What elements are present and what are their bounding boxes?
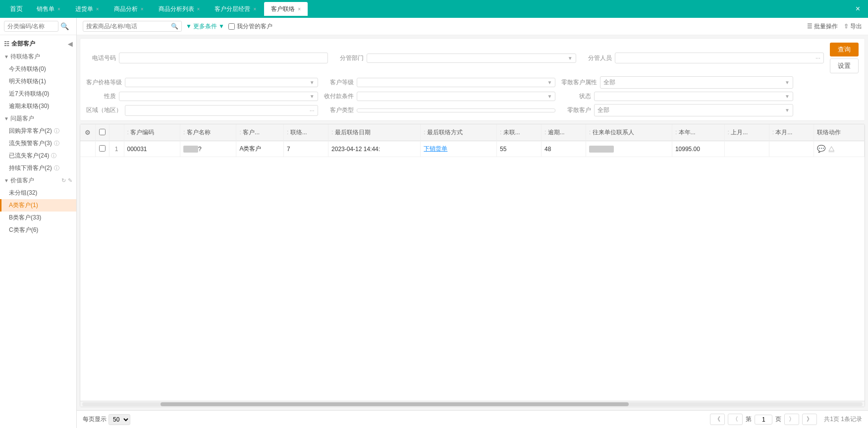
tab-customer-tier[interactable]: 客户分层经营 × xyxy=(208,2,263,16)
triangle-icon3: ▼ xyxy=(4,178,9,183)
close-product-analysis-tab[interactable]: × xyxy=(141,6,144,12)
close-product-analysis-list-tab[interactable]: × xyxy=(197,6,200,12)
group-pending-contact[interactable]: ▼ 待联络客户 xyxy=(0,51,76,63)
sidebar-item-declining[interactable]: 持续下滑客户(2) ⓘ xyxy=(0,162,76,174)
row-checkbox[interactable] xyxy=(99,145,106,152)
nature-arrow-icon: ▼ xyxy=(310,94,315,99)
price-level-arrow-icon: ▼ xyxy=(310,80,315,85)
batch-ops-button[interactable]: ☰ 批量操作 xyxy=(807,22,838,31)
person-more-icon[interactable]: ··· xyxy=(815,54,820,61)
retail-attr-select[interactable]: 全部 ▼ xyxy=(600,76,793,89)
area-more-icon[interactable]: ··· xyxy=(310,107,315,114)
area-select[interactable]: ··· xyxy=(125,105,318,116)
contact-method-link[interactable]: 下销货单 xyxy=(424,145,447,152)
page-number-input[interactable] xyxy=(755,415,772,425)
th-last-month[interactable]: 上月... xyxy=(724,124,769,141)
th-no-contact[interactable]: 未联... xyxy=(497,124,542,141)
th-last-contact-date[interactable]: 最后联络日期 xyxy=(328,124,421,141)
th-last-contact-method[interactable]: 最后联络方式 xyxy=(421,124,497,141)
chat-icon[interactable]: 💬 xyxy=(817,145,825,153)
payment-select[interactable]: ▼ xyxy=(357,92,556,101)
sidebar-item-class-b[interactable]: B类客户(33) xyxy=(0,212,76,224)
sidebar-item-class-a[interactable]: A类客户(1) xyxy=(0,199,76,212)
sidebar-item-class-c[interactable]: C类客户(6) xyxy=(0,224,76,236)
column-settings-icon[interactable]: ⚙ xyxy=(85,129,91,136)
next-page-button[interactable]: 〉 xyxy=(784,414,799,425)
sidebar-item-unclassified[interactable]: 未分组(32) xyxy=(0,187,76,199)
select-all-checkbox[interactable] xyxy=(99,129,106,135)
filter-bar: 🔍 ▼ 更多条件 ▼ 我分管的客户 ☰ 批量操作 ⇧ 导出 xyxy=(77,18,868,35)
phone-input[interactable] xyxy=(119,53,328,63)
my-customers-checkbox-label[interactable]: 我分管的客户 xyxy=(228,22,272,31)
th-this-year[interactable]: 本年... xyxy=(672,124,724,141)
tab-sales-order[interactable]: 销售单 × xyxy=(30,2,67,16)
page-size-select[interactable]: 50 xyxy=(108,414,130,425)
close-purchase-order-tab[interactable]: × xyxy=(96,6,99,12)
dept-arrow-icon: ▼ xyxy=(568,55,573,61)
table-scroll-container[interactable]: ⚙ 客户编码 客户名称 客户... 联络... 最后联络日期 最后联络方式 xyxy=(80,124,865,401)
tab-product-analysis[interactable]: 商品分析 × xyxy=(107,2,151,16)
refresh-icon[interactable]: ↻ xyxy=(61,177,66,184)
prev-page-button[interactable]: 〈 xyxy=(728,414,743,425)
sidebar-item-today-contact[interactable]: 今天待联络(0) xyxy=(0,63,76,75)
td-code: 000031 xyxy=(124,141,180,157)
status-select[interactable]: ▼ xyxy=(594,92,793,101)
th-this-month[interactable]: 本月... xyxy=(769,124,814,141)
settings-button[interactable]: 设置 xyxy=(830,58,859,73)
customer-type-select[interactable] xyxy=(357,108,556,112)
tab-customer-contact[interactable]: 客户联络 × xyxy=(264,2,308,16)
sidebar-item-7day-contact[interactable]: 近7天待联络(0) xyxy=(0,88,76,100)
price-level-select[interactable]: ▼ xyxy=(125,78,318,87)
customers-table: ⚙ 客户编码 客户名称 客户... 联络... 最后联络日期 最后联络方式 xyxy=(80,124,865,157)
advanced-filter-panel: 电话号码 分管部门 ▼ 分管人员 ··· xyxy=(80,38,865,121)
filter-right-actions: ☰ 批量操作 ⇧ 导出 xyxy=(807,22,862,31)
sidebar-item-repurchase-abnormal[interactable]: 回购异常客户(2) ⓘ xyxy=(0,125,76,137)
close-sales-order-tab[interactable]: × xyxy=(57,6,60,12)
action-icons: 💬 ⧋ xyxy=(817,145,861,153)
sidebar-search-input[interactable] xyxy=(4,21,58,32)
more-conditions-button[interactable]: ▼ 更多条件 ▼ xyxy=(186,22,224,31)
my-customers-checkbox[interactable] xyxy=(228,23,235,30)
horizontal-scrollbar[interactable] xyxy=(80,401,865,407)
sidebar-search-icon[interactable]: 🔍 xyxy=(60,22,69,30)
tab-purchase-order[interactable]: 进货单 × xyxy=(68,2,106,16)
main-search-icon[interactable]: 🔍 xyxy=(171,23,178,30)
sidebar-item-overdue-contact[interactable]: 逾期未联络(30) xyxy=(0,100,76,112)
sidebar-item-churned[interactable]: 已流失客户(24) ⓘ xyxy=(0,150,76,162)
retail-customer-select[interactable]: 全部 ▼ xyxy=(594,104,793,116)
main-search-input[interactable] xyxy=(86,23,169,30)
dept-select[interactable]: ▼ xyxy=(367,54,576,63)
sidebar-item-tomorrow-contact[interactable]: 明天待联络(1) xyxy=(0,75,76,88)
home-tab[interactable]: 首页 xyxy=(4,4,29,13)
td-action: 💬 ⧋ xyxy=(814,141,864,157)
close-customer-contact-tab[interactable]: × xyxy=(298,6,301,12)
query-button[interactable]: 查询 xyxy=(830,43,859,56)
td-last-method: 下销货单 xyxy=(421,141,497,157)
qr-icon[interactable]: ⧋ xyxy=(828,145,834,153)
close-customer-tier-tab[interactable]: × xyxy=(253,6,256,12)
person-select[interactable]: ··· xyxy=(615,53,824,63)
customer-type-field: 客户类型 xyxy=(324,106,556,114)
th-unit-contact[interactable]: 往来单位联系人 xyxy=(586,124,672,141)
group-problem-customers[interactable]: ▼ 问题客户 xyxy=(0,112,76,125)
all-customers-header[interactable]: ☷ 全部客户 ◀ xyxy=(0,37,76,51)
th-overdue[interactable]: 逾期... xyxy=(542,124,586,141)
th-customer-code[interactable]: 客户编码 xyxy=(124,124,180,141)
triangle-icon: ▼ xyxy=(4,54,9,59)
last-page-button[interactable]: 》 xyxy=(802,414,817,425)
sidebar-collapse-button[interactable]: ◀ xyxy=(68,41,72,48)
group-value-customers[interactable]: ▼ 价值客户 ↻ ✎ xyxy=(0,174,76,187)
scrollbar-thumb[interactable] xyxy=(161,402,629,406)
th-customer-level[interactable]: 客户... xyxy=(236,124,284,141)
tab-product-analysis-list[interactable]: 商品分析列表 × xyxy=(152,2,207,16)
sidebar-item-churn-warning[interactable]: 流失预警客户(3) ⓘ xyxy=(0,137,76,150)
export-button[interactable]: ⇧ 导出 xyxy=(844,22,862,31)
nature-select[interactable]: ▼ xyxy=(119,92,318,101)
edit-icon[interactable]: ✎ xyxy=(68,177,72,184)
window-close-button[interactable]: × xyxy=(852,4,864,13)
filter-row-1: 电话号码 分管部门 ▼ 分管人员 ··· xyxy=(86,43,859,73)
th-contact[interactable]: 联络... xyxy=(284,124,328,141)
th-customer-name[interactable]: 客户名称 xyxy=(180,124,236,141)
customer-level-select[interactable]: ▼ xyxy=(357,78,556,87)
first-page-button[interactable]: 《 xyxy=(710,414,725,425)
